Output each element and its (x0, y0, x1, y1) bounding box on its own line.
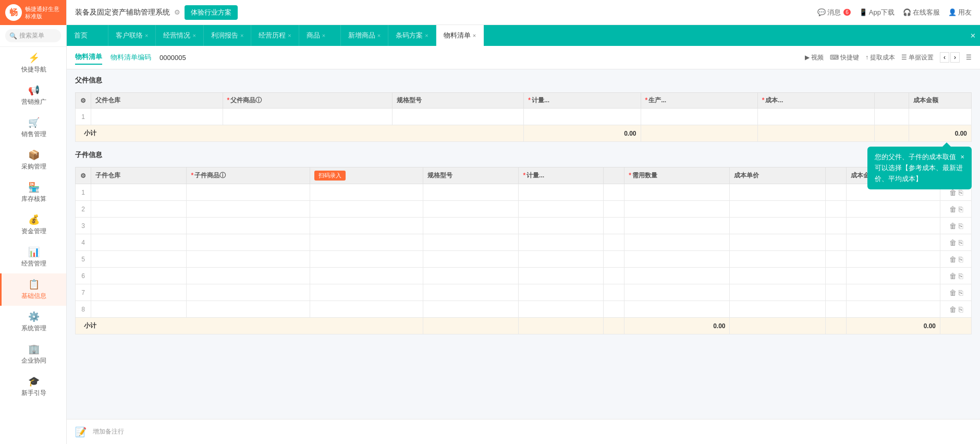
tab-business[interactable]: 经营情况 × (156, 25, 203, 46)
child-row-qty[interactable] (624, 201, 730, 218)
tab-home[interactable]: 首页 (67, 25, 108, 46)
child-row-unit-cost[interactable] (730, 268, 826, 284)
trial-button[interactable]: 体验行业方案 (185, 5, 238, 20)
tab-new-goods[interactable]: 新增商品 × (341, 25, 388, 46)
child-row-scan[interactable] (310, 201, 423, 218)
message-btn[interactable]: 💬 消息 6 (817, 8, 851, 17)
child-row-warehouse[interactable] (91, 234, 187, 251)
child-row-qty[interactable] (624, 218, 730, 234)
child-row-spec[interactable] (423, 284, 518, 301)
child-row-unit-cost[interactable] (730, 301, 826, 318)
list-view-btn[interactable]: ☰ (966, 54, 972, 61)
child-row-spec[interactable] (423, 301, 518, 318)
child-row-unit-cost[interactable] (730, 201, 826, 218)
shortcut-btn[interactable]: ⌨ 快捷键 (830, 53, 859, 62)
nav-next-btn[interactable]: › (950, 52, 960, 63)
child-row-scan[interactable] (310, 301, 423, 318)
child-row-spec[interactable] (423, 218, 518, 234)
child-row-unit[interactable] (519, 268, 604, 284)
scan-btn[interactable]: 扫码录入 (314, 171, 346, 181)
parent-row-goods[interactable] (223, 109, 392, 125)
sidebar-item-operation[interactable]: 📊 经营管理 (0, 241, 66, 273)
child-row-unit[interactable] (519, 251, 604, 268)
copy-icon[interactable]: ⎘ (959, 305, 963, 314)
delete-icon[interactable]: 🗑 (949, 272, 957, 280)
tab-new-goods-close[interactable]: × (377, 32, 381, 39)
app-download-btn[interactable]: 📱 App下载 (859, 8, 895, 17)
child-row-warehouse[interactable] (91, 268, 187, 284)
sidebar-item-enterprise[interactable]: 🏢 企业协同 (0, 338, 66, 370)
sidebar-item-inventory[interactable]: 🏪 库存核算 (0, 176, 66, 209)
sidebar-item-finance[interactable]: 💰 资金管理 (0, 209, 66, 241)
child-row-scan[interactable] (310, 218, 423, 234)
tab-goods[interactable]: 商品 × (299, 25, 341, 46)
delete-icon[interactable]: 🗑 (949, 205, 957, 213)
child-row-warehouse[interactable] (91, 301, 187, 318)
child-row-unit[interactable] (519, 301, 604, 318)
child-row-unit[interactable] (519, 234, 604, 251)
child-row-warehouse[interactable] (91, 201, 187, 218)
settings-icon[interactable]: ⚙ (174, 8, 180, 16)
child-row-unit[interactable] (519, 201, 604, 218)
child-row-warehouse[interactable] (91, 284, 187, 301)
tab-bom-close[interactable]: × (473, 32, 476, 39)
view-btn[interactable]: ▶ 视频 (805, 53, 824, 62)
tab-profit[interactable]: 利润报告 × (204, 25, 251, 46)
child-row-warehouse[interactable] (91, 184, 187, 201)
child-col-scan[interactable]: 扫码录入 (310, 167, 423, 184)
child-row-qty[interactable] (624, 251, 730, 268)
delete-icon[interactable]: 🗑 (949, 255, 957, 263)
tab-history[interactable]: 经营历程 × (251, 25, 299, 46)
extract-cost-btn[interactable]: ↑ 提取成本 (865, 53, 895, 62)
sidebar-item-guide[interactable]: 🎓 新手引导 (0, 370, 66, 403)
child-row-scan[interactable] (310, 234, 423, 251)
tab-history-close[interactable]: × (288, 32, 291, 39)
sidebar-item-marketing[interactable]: 📢 营销推广 (0, 79, 66, 112)
delete-icon[interactable]: 🗑 (949, 238, 957, 247)
tab-business-close[interactable]: × (192, 32, 195, 39)
child-row-scan[interactable] (310, 284, 423, 301)
child-row-scan[interactable] (310, 251, 423, 268)
parent-row-produce[interactable] (641, 109, 757, 125)
child-row-spec[interactable] (423, 268, 518, 284)
child-row-spec[interactable] (423, 201, 518, 218)
copy-icon[interactable]: ⎘ (959, 222, 963, 230)
tab-bom[interactable]: 物料清单 × (436, 25, 484, 46)
child-col-settings[interactable]: ⚙ (76, 167, 91, 184)
child-row-qty[interactable] (624, 268, 730, 284)
delete-icon[interactable]: 🗑 (949, 222, 957, 230)
child-row-unit[interactable] (519, 184, 604, 201)
close-all-tabs[interactable]: ✕ (966, 25, 980, 46)
child-row-scan[interactable] (310, 184, 423, 201)
tab-profit-close[interactable]: × (240, 32, 243, 39)
user-avatar[interactable]: 👤 用友 (948, 8, 972, 17)
parent-col-settings[interactable]: ⚙ (76, 93, 91, 109)
child-row-goods[interactable] (187, 301, 310, 318)
child-row-unit-cost[interactable] (730, 284, 826, 301)
child-row-spec[interactable] (423, 251, 518, 268)
child-row-goods[interactable] (187, 201, 310, 218)
parent-row-spec[interactable] (392, 109, 524, 125)
search-area[interactable]: 🔍 搜索菜单 (0, 25, 66, 47)
tab-customer[interactable]: 客户联络 × (108, 25, 156, 46)
child-row-goods[interactable] (187, 218, 310, 234)
online-service-btn[interactable]: 🎧 在线客服 (903, 8, 940, 17)
delete-icon[interactable]: 🗑 (949, 305, 957, 314)
sub-tab-bom[interactable]: 物料清单 (75, 50, 102, 65)
delete-icon[interactable]: 🗑 (949, 289, 957, 297)
sidebar-item-sales[interactable]: 🛒 销售管理 (0, 112, 66, 144)
child-row-unit[interactable] (519, 218, 604, 234)
child-row-warehouse[interactable] (91, 251, 187, 268)
tab-customer-close[interactable]: × (145, 32, 148, 39)
child-row-goods[interactable] (187, 234, 310, 251)
child-row-warehouse[interactable] (91, 218, 187, 234)
child-row-qty[interactable] (624, 234, 730, 251)
copy-icon[interactable]: ⎘ (959, 255, 963, 263)
sidebar-item-purchase[interactable]: 📦 采购管理 (0, 144, 66, 176)
child-row-qty[interactable] (624, 284, 730, 301)
tab-barcode[interactable]: 条码方案 × (388, 25, 436, 46)
copy-icon[interactable]: ⎘ (959, 238, 963, 247)
parent-row-unit[interactable] (524, 109, 641, 125)
child-row-unit-cost[interactable] (730, 218, 826, 234)
sidebar-item-quick-nav[interactable]: ⚡ 快捷导航 (0, 47, 66, 79)
